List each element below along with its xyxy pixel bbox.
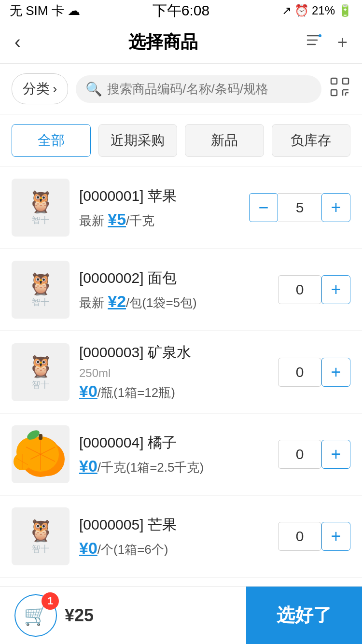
product-name: [0000001] 苹果 xyxy=(79,186,239,206)
svg-rect-5 xyxy=(343,78,348,84)
placeholder-text: 智十 xyxy=(32,214,49,226)
quantity-input[interactable] xyxy=(278,193,321,222)
cart-area: 🛒 1 ¥25 xyxy=(0,594,246,637)
increase-button[interactable]: + xyxy=(321,522,350,551)
increase-button[interactable]: + xyxy=(321,193,350,222)
placeholder-text: 智十 xyxy=(32,543,49,555)
decrease-button[interactable]: − xyxy=(249,193,278,222)
tab-recent[interactable]: 近期采购 xyxy=(98,124,178,157)
list-item: 🦉 智十 [0000005] 芒果 ¥0/个(1箱=6个) + xyxy=(0,496,362,577)
product-price: ¥0/瓶(1箱=12瓶) xyxy=(79,382,268,401)
filter-tabs: 全部 近期采购 新品 负库存 xyxy=(0,114,362,167)
product-name: [0000003] 矿泉水 xyxy=(79,343,268,363)
quantity-input[interactable] xyxy=(278,275,321,304)
tab-negative-stock[interactable]: 负库存 xyxy=(272,124,351,157)
placeholder-icon: 🦉 xyxy=(28,518,54,543)
svg-point-3 xyxy=(319,34,321,37)
quantity-input[interactable] xyxy=(278,440,321,469)
list-item: 🦉 智十 [0000001] 苹果 最新 ¥5/千克 − + xyxy=(0,167,362,248)
tab-new[interactable]: 新品 xyxy=(185,124,264,157)
product-price: 最新 ¥2/包(1袋=5包) xyxy=(79,292,268,311)
product-controls: + xyxy=(278,358,350,387)
list-item: 🦉 智十 [0000003] 矿泉水 250ml ¥0/瓶(1箱=12瓶) + xyxy=(0,331,362,413)
product-name: [0000004] 橘子 xyxy=(79,433,268,453)
placeholder-icon: 🦉 xyxy=(28,354,54,379)
product-thumbnail: 🦉 智十 xyxy=(12,261,70,319)
product-list: 🦉 智十 [0000001] 苹果 最新 ¥5/千克 − + 🦉 智十 [000… xyxy=(0,167,362,644)
placeholder-text: 智十 xyxy=(32,379,49,391)
svg-rect-18 xyxy=(39,434,42,440)
increase-button[interactable]: + xyxy=(321,440,350,469)
nav-actions: + xyxy=(306,31,348,53)
add-button[interactable]: + xyxy=(337,32,348,53)
product-info: [0000001] 苹果 最新 ¥5/千克 xyxy=(79,186,239,229)
placeholder-icon: 🦉 xyxy=(28,271,54,296)
confirm-button[interactable]: 选好了 xyxy=(246,587,362,644)
product-info: [0000005] 芒果 ¥0/个(1箱=6个) xyxy=(79,515,268,558)
search-icon: 🔍 xyxy=(85,81,102,97)
product-price: ¥0/千克(1箱=2.5千克) xyxy=(79,457,268,476)
product-thumbnail: 🦉 智十 xyxy=(12,507,70,565)
product-controls: + xyxy=(278,522,350,551)
page-title: 选择商品 xyxy=(128,30,198,54)
increase-button[interactable]: + xyxy=(321,358,350,387)
product-controls: − + xyxy=(249,193,350,222)
svg-rect-6 xyxy=(331,90,337,96)
product-spec: 250ml xyxy=(79,366,268,380)
list-item: 🦉 智十 [0000002] 面包 最新 ¥2/包(1袋=5包) + xyxy=(0,249,362,330)
filter-icon[interactable] xyxy=(306,31,323,53)
chevron-right-icon: › xyxy=(53,81,57,97)
category-label: 分类 xyxy=(23,80,50,98)
product-thumbnail xyxy=(12,425,70,483)
back-button[interactable]: ‹ xyxy=(14,32,21,53)
bottom-bar: 🛒 1 ¥25 选好了 xyxy=(0,586,362,644)
increase-button[interactable]: + xyxy=(321,275,350,304)
list-item: [0000004] 橘子 ¥0/千克(1箱=2.5千克) + xyxy=(0,414,362,495)
status-signal: 无 SIM 卡 ☁ xyxy=(10,2,80,19)
product-controls: + xyxy=(278,440,350,469)
status-time: 下午6:08 xyxy=(153,1,209,21)
cart-badge: 1 xyxy=(42,592,59,610)
tab-all[interactable]: 全部 xyxy=(12,124,91,157)
battery-icon: 🔋 xyxy=(338,4,352,17)
status-battery: ↗ ⏰ 21% 🔋 xyxy=(282,4,352,17)
quantity-input[interactable] xyxy=(278,522,321,551)
toolbar: 分类 › 🔍 xyxy=(0,64,362,114)
status-bar: 无 SIM 卡 ☁ 下午6:08 ↗ ⏰ 21% 🔋 xyxy=(0,0,362,21)
search-box: 🔍 xyxy=(76,75,321,103)
product-thumbnail: 🦉 智十 xyxy=(12,179,70,237)
product-controls: + xyxy=(278,275,350,304)
svg-rect-4 xyxy=(331,78,337,84)
product-info: [0000002] 面包 最新 ¥2/包(1袋=5包) xyxy=(79,268,268,311)
search-input[interactable] xyxy=(107,82,312,97)
product-name: [0000005] 芒果 xyxy=(79,515,268,535)
location-icon: ↗ xyxy=(282,4,292,17)
product-price: 最新 ¥5/千克 xyxy=(79,210,239,229)
placeholder-icon: 🦉 xyxy=(28,189,54,214)
product-name: [0000002] 面包 xyxy=(79,268,268,288)
scan-icon[interactable] xyxy=(329,76,350,101)
battery-text: 21% xyxy=(312,4,335,17)
product-thumbnail: 🦉 智十 xyxy=(12,343,70,401)
nav-bar: ‹ 选择商品 + xyxy=(0,21,362,64)
quantity-input[interactable] xyxy=(278,358,321,387)
product-info: [0000003] 矿泉水 250ml ¥0/瓶(1箱=12瓶) xyxy=(79,343,268,401)
category-button[interactable]: 分类 › xyxy=(12,73,68,104)
cart-total: ¥25 xyxy=(65,605,94,626)
placeholder-text: 智十 xyxy=(32,296,49,308)
product-price: ¥0/个(1箱=6个) xyxy=(79,539,268,558)
cart-button[interactable]: 🛒 1 xyxy=(14,594,57,637)
alarm-icon: ⏰ xyxy=(294,4,309,17)
product-info: [0000004] 橘子 ¥0/千克(1箱=2.5千克) xyxy=(79,433,268,476)
